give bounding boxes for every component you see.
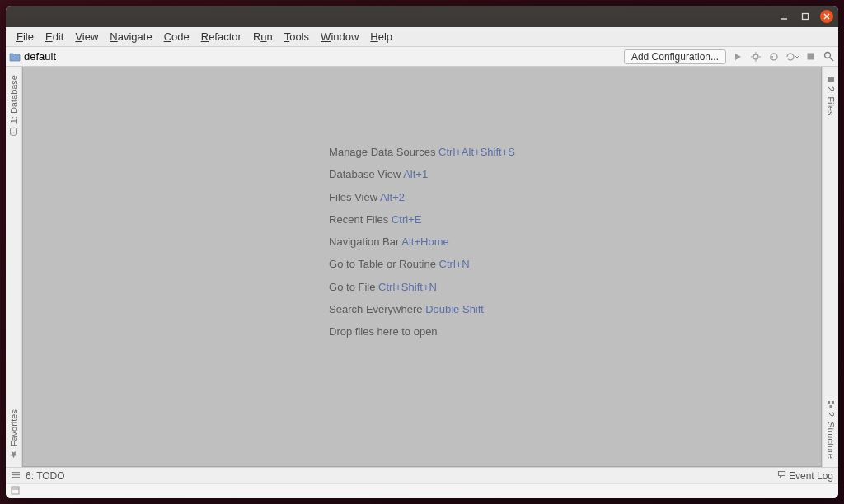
minimize-icon[interactable] [777,10,790,23]
body-area: 1: Database Favorites Manage Data Source… [6,67,838,467]
hide-panels-icon[interactable] [11,469,21,482]
svg-line-11 [830,58,833,61]
add-configuration-button[interactable]: Add Configuration... [624,49,726,64]
svg-rect-14 [832,401,834,404]
tip-row: Go to File Ctrl+Shift+N [329,276,515,298]
window-titlebar[interactable] [6,6,838,27]
tool-windows-icon[interactable] [11,485,20,497]
files-tool-window-button[interactable]: 2: Files [826,72,836,119]
svg-rect-9 [807,54,814,60]
menu-window[interactable]: Window [315,29,364,44]
toolbar: default Add Configuration... [6,47,838,67]
star-icon [9,450,19,459]
menu-help[interactable]: Help [364,29,398,44]
svg-rect-18 [12,477,20,478]
run-icon[interactable] [731,50,744,63]
database-tool-window-button[interactable]: 1: Database [9,72,19,139]
balloon-icon [777,470,786,482]
svg-point-12 [11,133,17,135]
structure-label: 2: Structure [826,412,836,459]
right-gutter: 2: Files 2: Structure [822,67,838,467]
debug-icon[interactable] [749,50,762,63]
event-log-button[interactable]: Event Log [777,470,833,482]
favorites-label: Favorites [9,409,19,446]
tip-row: Navigation Bar Alt+Home [329,231,515,253]
tip-row: Drop files here to open [329,320,515,343]
maximize-icon[interactable] [799,10,812,23]
tip-row: Database View Alt+1 [329,163,515,185]
structure-icon [826,400,836,408]
svg-rect-1 [803,14,809,20]
menu-code[interactable]: Code [158,29,195,44]
rerun-icon[interactable] [767,50,781,63]
close-icon[interactable] [820,10,833,23]
menu-file[interactable]: File [11,29,40,44]
tip-row: Manage Data Sources Ctrl+Alt+Shift+S [329,141,515,163]
svg-point-10 [824,53,830,58]
tip-row: Recent Files Ctrl+E [329,208,515,231]
stop-icon[interactable] [804,50,817,63]
folder-icon [826,75,836,83]
menu-run[interactable]: Run [247,29,279,44]
left-gutter: 1: Database Favorites [6,67,22,467]
svg-rect-16 [12,472,20,473]
menu-tools[interactable]: Tools [279,29,315,44]
menu-navigate[interactable]: Navigate [104,29,157,44]
folder-icon [9,51,21,63]
bottom-bar [6,483,838,498]
svg-point-4 [753,54,758,59]
welcome-tips: Manage Data Sources Ctrl+Alt+Shift+S Dat… [329,141,515,343]
run-dropdown-icon[interactable] [785,50,799,63]
ide-window: File Edit View Navigate Code Refactor Ru… [6,6,838,498]
database-label: 1: Database [9,75,19,124]
statusbar: 6: TODO Event Log [6,467,838,483]
svg-rect-15 [829,405,832,408]
menu-refactor[interactable]: Refactor [195,29,247,44]
editor-empty-state[interactable]: Manage Data Sources Ctrl+Alt+Shift+S Dat… [22,67,822,467]
svg-rect-17 [12,474,20,475]
files-label: 2: Files [826,86,836,115]
menubar: File Edit View Navigate Code Refactor Ru… [6,27,838,47]
database-icon [9,127,19,136]
tip-row: Go to Table or Routine Ctrl+N [329,253,515,275]
todo-button[interactable]: 6: TODO [26,470,65,482]
tip-row: Search Everywhere Double Shift [329,298,515,320]
tip-row: Files View Alt+2 [329,186,515,208]
structure-tool-window-button[interactable]: 2: Structure [826,397,836,462]
favorites-tool-window-button[interactable]: Favorites [9,406,19,462]
menu-view[interactable]: View [69,29,104,44]
search-icon[interactable] [822,50,835,63]
svg-rect-13 [828,401,830,404]
menu-edit[interactable]: Edit [40,29,69,44]
breadcrumb[interactable]: default [24,50,56,63]
svg-rect-19 [12,487,19,494]
